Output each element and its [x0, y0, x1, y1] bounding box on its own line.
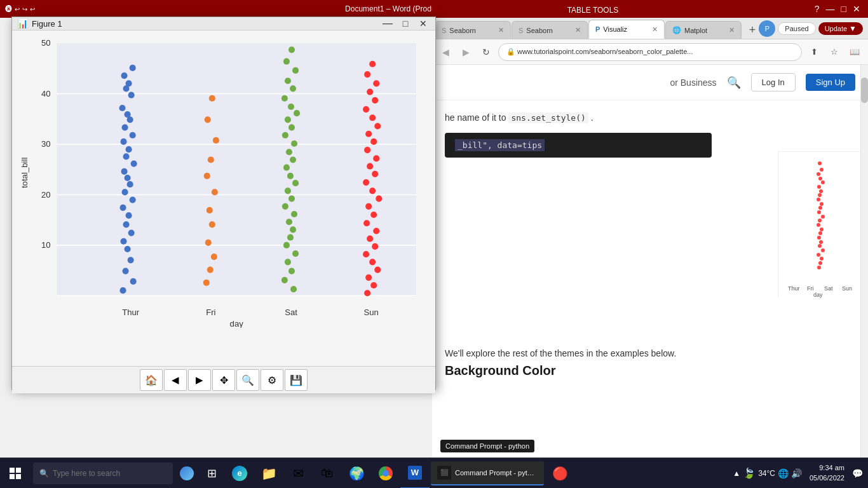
search-icon-button[interactable]: 🔍 — [727, 76, 741, 90]
taskbar-word[interactable]: W — [400, 458, 430, 489]
address-bar[interactable]: 🔒 www.tutorialspoint.com/seaborn/seaborn… — [498, 43, 802, 61]
svg-point-122 — [365, 131, 372, 137]
tray-chevron[interactable]: ▲ — [733, 469, 740, 478]
login-button[interactable]: Log In — [751, 73, 796, 92]
taskbar-browser-1[interactable]: 🌍 — [342, 458, 371, 489]
tab-seaborn-1[interactable]: S Seaborn ✕ — [435, 21, 511, 39]
fig-zoom-button[interactable]: 🔍 — [236, 369, 259, 391]
svg-point-96 — [286, 149, 292, 155]
scrollbar-thumb[interactable] — [861, 78, 868, 103]
tray-network-icon[interactable]: 🌐 — [778, 468, 789, 478]
tabs-bar: S Seaborn ✕ S Seaborn ✕ P Visualiz ✕ 🌐 M… — [432, 18, 868, 39]
svg-point-68 — [128, 257, 134, 263]
svg-point-84 — [288, 46, 295, 53]
paused-button[interactable]: Paused — [778, 22, 815, 35]
tab1-close[interactable]: ✕ — [498, 26, 504, 34]
fig-config-button[interactable]: ⚙ — [261, 369, 283, 391]
svg-rect-151 — [16, 474, 21, 479]
svg-point-75 — [208, 156, 214, 163]
svg-point-125 — [373, 155, 379, 161]
figure-minimize-button[interactable]: — — [381, 17, 395, 30]
svg-rect-150 — [10, 474, 15, 479]
back-button[interactable]: ◀ — [437, 44, 454, 60]
profile-avatar[interactable]: P — [759, 20, 775, 37]
svg-text:total_bill: total_bill — [20, 158, 29, 189]
svg-point-94 — [282, 132, 288, 139]
fig-back-button[interactable]: ◀ — [164, 369, 187, 391]
svg-point-130 — [376, 195, 382, 201]
svg-text:30: 30 — [41, 139, 51, 149]
taskbar-store[interactable]: 🛍 — [313, 458, 342, 489]
share-button[interactable]: ⬆ — [806, 44, 822, 60]
svg-point-123 — [370, 139, 377, 145]
svg-point-98 — [283, 165, 290, 171]
taskbar-edge[interactable]: e — [225, 458, 254, 489]
signup-button[interactable]: Sign Up — [806, 74, 855, 91]
figure-window: 📊 Figure 1 — □ ✕ 50 40 30 20 10 total_bi… — [11, 17, 436, 390]
article-content: he name of it to sns.set_style() . _bill… — [432, 100, 868, 388]
svg-point-135 — [367, 236, 373, 242]
fig-pan-button[interactable]: ✥ — [212, 369, 235, 391]
svg-point-136 — [372, 243, 378, 250]
scrollbar[interactable] — [860, 65, 868, 458]
taskbar-search-icon: 🔍 — [39, 469, 49, 478]
svg-point-129 — [369, 187, 376, 194]
tab3-close[interactable]: ✕ — [652, 25, 658, 34]
figure-maximize-button[interactable]: □ — [398, 17, 412, 30]
taskbar-mail[interactable]: ✉ — [283, 458, 313, 489]
svg-point-139 — [374, 266, 381, 273]
taskbar-search[interactable]: 🔍 — [33, 463, 173, 484]
figure-title: Figure 1 — [32, 19, 377, 29]
tab-matplot[interactable]: 🌐 Matplot ✕ — [665, 21, 742, 39]
tab4-close[interactable]: ✕ — [729, 26, 735, 34]
tab-seaborn-2[interactable]: S Seaborn ✕ — [512, 21, 588, 39]
svg-point-46 — [123, 85, 130, 92]
svg-text:Thur: Thur — [122, 308, 140, 317]
fig-forward-button[interactable]: ▶ — [188, 369, 211, 391]
svg-point-81 — [211, 254, 217, 260]
task-view-button[interactable]: ⊞ — [198, 458, 225, 489]
svg-point-10 — [820, 202, 824, 206]
taskbar-task-icon[interactable]: 🔴 — [545, 458, 574, 489]
svg-point-4 — [818, 177, 822, 180]
svg-point-53 — [120, 139, 126, 145]
tray-volume-icon[interactable]: 🔊 — [791, 468, 802, 478]
svg-point-95 — [291, 140, 297, 147]
svg-point-56 — [131, 160, 137, 166]
scatter-chart: 50 40 30 20 10 total_bill — [18, 37, 429, 328]
forward-button[interactable]: ▶ — [458, 44, 474, 60]
svg-point-12 — [817, 210, 821, 214]
svg-text:40: 40 — [41, 89, 51, 98]
favorite-button[interactable]: ☆ — [826, 44, 843, 60]
svg-point-87 — [285, 78, 291, 84]
tab-visualiz[interactable]: P Visualiz ✕ — [588, 20, 665, 39]
fig-save-button[interactable]: 💾 — [285, 369, 308, 391]
svg-point-91 — [294, 110, 300, 116]
svg-point-7 — [819, 189, 823, 193]
svg-text:20: 20 — [41, 189, 51, 199]
taskbar-chrome[interactable] — [371, 458, 400, 489]
svg-point-8 — [818, 193, 822, 197]
update-button[interactable]: Update ▼ — [818, 22, 863, 35]
read-view-button[interactable]: 📖 — [846, 44, 863, 60]
svg-point-116 — [373, 80, 379, 86]
svg-point-103 — [282, 203, 288, 210]
clock[interactable]: 9:34 am 05/06/2022 — [804, 463, 850, 483]
svg-point-100 — [292, 180, 299, 186]
svg-point-133 — [363, 220, 370, 226]
taskbar-file-explorer[interactable]: 📁 — [254, 458, 283, 489]
figure-close-button[interactable]: ✕ — [416, 17, 430, 30]
fig-home-button[interactable]: 🏠 — [140, 369, 163, 391]
svg-text:Sun: Sun — [363, 308, 378, 317]
system-tray: ▲ 🍃 34°C 🌐 🔊 9:34 am 05/06/2022 💬 — [733, 463, 868, 483]
tab2-close[interactable]: ✕ — [575, 26, 581, 34]
svg-point-76 — [204, 173, 210, 179]
cortana-button[interactable] — [177, 463, 197, 484]
svg-point-110 — [285, 259, 291, 265]
notification-icon[interactable]: 💬 — [852, 468, 863, 478]
start-button[interactable] — [0, 458, 31, 489]
refresh-button[interactable]: ↻ — [478, 44, 494, 60]
cmd-app[interactable]: ⬛ Command Prompt - python Command Prompt… — [431, 461, 544, 485]
taskbar-search-input[interactable] — [53, 469, 166, 478]
svg-point-117 — [367, 88, 373, 95]
